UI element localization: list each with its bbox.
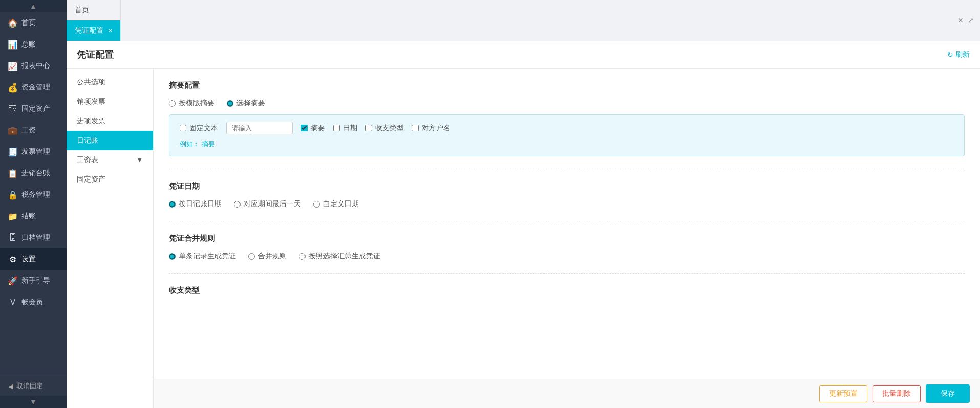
merge-radio[interactable] <box>248 253 255 260</box>
left-nav-item-purchase-invoice[interactable]: 进项发票 <box>67 111 153 131</box>
sidebar-item-archive[interactable]: 🗄 归档管理 <box>0 227 67 248</box>
tab-close-voucher-config-tab[interactable]: × <box>108 27 112 34</box>
left-nav-item-public[interactable]: 公共选项 <box>67 73 153 92</box>
unpin-button[interactable]: ◀ 取消固定 <box>0 376 67 396</box>
single-record-option[interactable]: 单条记录生成凭证 <box>169 252 236 261</box>
single-record-radio[interactable] <box>169 253 176 260</box>
home-icon: 🏠 <box>8 18 17 28</box>
sidebar-item-member[interactable]: V 畅会员 <box>0 291 67 313</box>
sidebar-item-sales-ledger[interactable]: 📋 进销台账 <box>0 163 67 184</box>
sidebar-item-ledger[interactable]: 📊 总账 <box>0 34 67 55</box>
summary-select-option[interactable]: 选择摘要 <box>227 99 265 108</box>
sidebar-item-reports[interactable]: 📈 报表中心 <box>0 55 67 77</box>
save-button[interactable]: 保存 <box>926 384 970 403</box>
journal-date-label: 按日记账日期 <box>179 199 222 209</box>
sidebar-item-fixed-assets[interactable]: 🏗 固定资产 <box>0 98 67 120</box>
page-header: 凭证配置 ↻ 刷新 <box>67 41 980 69</box>
tab-home-tab[interactable]: 首页 <box>67 0 121 20</box>
sidebar-item-tax[interactable]: 🔒 税务管理 <box>0 184 67 206</box>
summary-select-radio[interactable] <box>227 100 233 107</box>
sidebar-label-tax: 税务管理 <box>21 190 50 199</box>
tax-icon: 🔒 <box>8 190 17 199</box>
tab-controls: ✕ ⤢ <box>951 16 980 25</box>
summary-option[interactable]: 摘要 <box>301 124 325 133</box>
journal-date-option[interactable]: 按日记账日期 <box>169 199 222 209</box>
left-nav-label-public: 公共选项 <box>77 78 105 87</box>
sidebar-item-closing[interactable]: 📁 结账 <box>0 206 67 227</box>
left-nav-item-fixed-assets-nav[interactable]: 固定资产 <box>67 170 153 189</box>
right-content: 摘要配置 按模版摘要 选择摘要 <box>154 69 980 379</box>
sidebar-item-invoice-mgmt[interactable]: 🧾 发票管理 <box>0 141 67 163</box>
fixed-text-option[interactable]: 固定文本 <box>180 124 218 133</box>
sidebar-item-payroll[interactable]: 💼 工资 <box>0 120 67 141</box>
fixed-text-label: 固定文本 <box>189 124 218 133</box>
left-nav-label-sales-invoice: 销项发票 <box>77 97 105 106</box>
fixed-text-input[interactable] <box>226 122 293 134</box>
left-nav-label-purchase-invoice: 进项发票 <box>77 117 105 126</box>
sidebar-label-closing: 结账 <box>21 212 36 221</box>
summary-section: 摘要配置 按模版摘要 选择摘要 <box>169 81 965 169</box>
sidebar-label-invoice-mgmt: 发票管理 <box>21 147 50 156</box>
sidebar-label-archive: 归档管理 <box>21 233 50 242</box>
tab-voucher-config-tab[interactable]: 凭证配置× <box>67 20 121 41</box>
ledger-icon: 📊 <box>8 40 17 49</box>
update-preview-button[interactable]: 更新预置 <box>819 385 867 402</box>
merge-rules-title: 凭证合并规则 <box>169 234 965 243</box>
period-last-option[interactable]: 对应期间最后一天 <box>234 199 301 209</box>
custom-date-radio[interactable] <box>313 201 320 208</box>
maximize-icon[interactable]: ⤢ <box>968 16 974 25</box>
summary-checkbox-row: 固定文本 摘要 日期 <box>180 122 954 134</box>
sidebar-label-member: 畅会员 <box>21 298 43 307</box>
single-record-label: 单条记录生成凭证 <box>179 252 236 261</box>
bottom-bar: 更新预置 批量删除 保存 <box>154 379 980 408</box>
voucher-date-radio-group: 按日记账日期 对应期间最后一天 自定义日期 <box>169 199 965 209</box>
sidebar-item-settings[interactable]: ⚙ 设置 <box>0 248 67 270</box>
unpin-label: 取消固定 <box>16 381 43 391</box>
left-nav-item-journal[interactable]: 日记账 <box>67 131 153 150</box>
merge-label: 合并规则 <box>258 252 287 261</box>
income-type-label: 收支类型 <box>375 124 404 133</box>
merge-option[interactable]: 合并规则 <box>248 252 287 261</box>
date-option[interactable]: 日期 <box>333 124 357 133</box>
batch-delete-button[interactable]: 批量删除 <box>873 385 921 402</box>
sidebar-item-home[interactable]: 🏠 首页 <box>0 12 67 34</box>
sidebar-scroll-down[interactable]: ▼ <box>0 396 67 408</box>
income-type-option[interactable]: 收支类型 <box>365 124 404 133</box>
sidebar-label-payroll: 工资 <box>21 126 36 135</box>
payroll-icon: 💼 <box>8 126 17 135</box>
refresh-button[interactable]: ↻ 刷新 <box>947 50 970 59</box>
income-type-checkbox[interactable] <box>365 125 372 131</box>
left-nav-item-payroll-table[interactable]: 工资表▼ <box>67 150 153 170</box>
close-window-icon[interactable]: ✕ <box>957 16 964 25</box>
sales-ledger-icon: 📋 <box>8 169 17 178</box>
counterparty-checkbox[interactable] <box>412 125 419 131</box>
summary-label: 摘要 <box>311 124 325 133</box>
custom-date-option[interactable]: 自定义日期 <box>313 199 359 209</box>
select-merge-option[interactable]: 按照选择汇总生成凭证 <box>299 252 380 261</box>
summary-template-option[interactable]: 按模版摘要 <box>169 99 214 108</box>
voucher-date-section: 凭证日期 按日记账日期 对应期间最后一天 自定义日期 <box>169 182 965 221</box>
sidebar-item-guide[interactable]: 🚀 新手引导 <box>0 270 67 291</box>
select-merge-radio[interactable] <box>299 253 306 260</box>
summary-checkbox[interactable] <box>301 125 308 131</box>
member-icon: V <box>8 298 17 307</box>
sidebar-item-funds[interactable]: 💰 资金管理 <box>0 77 67 98</box>
income-type-section: 收支类型 <box>169 286 965 316</box>
journal-date-radio[interactable] <box>169 201 176 208</box>
sidebar-scroll-up[interactable]: ▲ <box>0 0 67 12</box>
main-area: 首页凭证配置× ✕ ⤢ 凭证配置 ↻ 刷新 公共选项销项发票进项发票日记账工资表… <box>67 0 980 408</box>
left-nav-label-journal: 日记账 <box>77 136 98 145</box>
summary-template-radio[interactable] <box>169 100 176 107</box>
period-last-radio[interactable] <box>234 201 241 208</box>
expand-icon-payroll-table: ▼ <box>137 156 143 164</box>
counterparty-option[interactable]: 对方户名 <box>412 124 450 133</box>
summary-select-label: 选择摘要 <box>236 99 265 108</box>
guide-icon: 🚀 <box>8 276 17 285</box>
date-checkbox[interactable] <box>333 125 340 131</box>
summary-radio-group: 按模版摘要 选择摘要 <box>169 99 965 108</box>
sidebar-label-home: 首页 <box>21 18 36 28</box>
fixed-text-checkbox[interactable] <box>180 125 186 131</box>
settings-icon: ⚙ <box>8 255 17 264</box>
sidebar-label-fixed-assets: 固定资产 <box>21 104 50 114</box>
left-nav-item-sales-invoice[interactable]: 销项发票 <box>67 92 153 111</box>
